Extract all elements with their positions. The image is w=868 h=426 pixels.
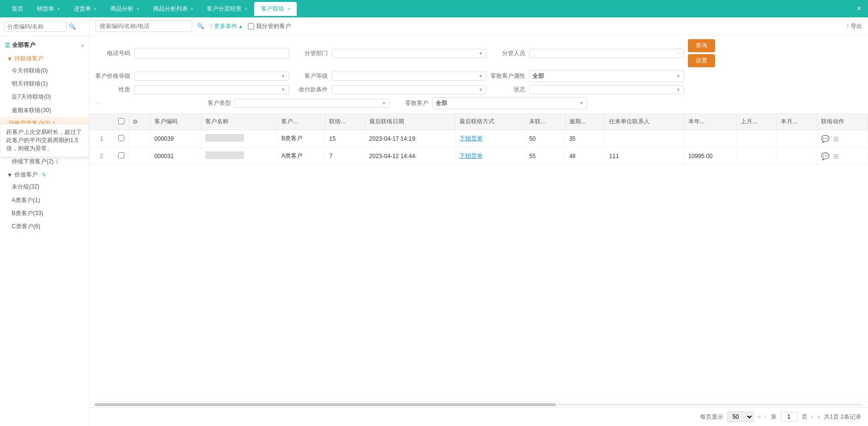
filter-select-customer-type[interactable]: ▼: [235, 99, 390, 108]
settings-button[interactable]: 设置: [688, 54, 715, 67]
cell-last-month-2: [737, 147, 777, 165]
sidebar-group-pending-contact[interactable]: ▼ 待联络客户: [0, 52, 89, 64]
cell-unit-contact-2: 111: [605, 147, 685, 165]
filter-search-input[interactable]: [95, 20, 192, 32]
advanced-filter: 电话号码 分管部门 ▼ 分管人员 ···: [90, 35, 868, 114]
cell-unpaid-2: 55: [525, 147, 565, 165]
chevron-down-icon: ▼: [478, 73, 483, 79]
settings-icon[interactable]: ⚙: [133, 118, 138, 125]
more-conditions-button[interactable]: ▽ 更多条件 ▲: [209, 22, 243, 30]
cell-this-year-1: [684, 130, 737, 147]
last-method-link[interactable]: 下销货单: [459, 152, 483, 159]
close-icon[interactable]: ×: [191, 6, 194, 12]
filter-select-payment[interactable]: ▼: [332, 85, 487, 94]
customer-name-blurred: [205, 151, 244, 159]
filter-select-nature[interactable]: ▼: [134, 85, 289, 94]
action-more-icon[interactable]: ⊞: [833, 152, 839, 160]
filter-select-customer-level[interactable]: ▼: [332, 72, 487, 81]
tab-customer-stratification[interactable]: 客户分层经营 ×: [200, 2, 254, 16]
cell-name-2: [201, 147, 277, 165]
row-checkbox[interactable]: [118, 135, 124, 141]
filter-search-icon[interactable]: 🔍: [197, 23, 204, 29]
cell-last-date-2: 2023-04-12 14:44:: [365, 147, 455, 165]
sidebar-search-input[interactable]: [4, 21, 67, 32]
sidebar-item-declining[interactable]: 持续下滑客户(2) ℹ: [0, 155, 89, 168]
info-icon: ℹ: [56, 159, 58, 164]
arrow-icon: ▼: [7, 56, 13, 62]
filter-field-customer-level: 客户等级 ▼: [293, 72, 487, 81]
tab-customer-contact[interactable]: 客户联络 ×: [254, 2, 297, 16]
first-page-button[interactable]: «: [758, 413, 761, 420]
filter-select-scattered-attr[interactable]: 全部 ▼: [529, 70, 684, 82]
sidebar-group-value-customers[interactable]: ▼ 价值客户 ✎: [0, 168, 89, 180]
window-close-button[interactable]: ×: [857, 4, 861, 13]
prev-page-button[interactable]: ‹: [765, 413, 767, 420]
cell-code-1: 000039: [150, 130, 201, 147]
sidebar-search-icon[interactable]: 🔍: [69, 23, 76, 30]
action-chat-icon[interactable]: 💬: [821, 135, 829, 143]
my-customer-check[interactable]: [248, 23, 254, 29]
edit-icon[interactable]: ✎: [42, 172, 46, 178]
close-icon[interactable]: ×: [137, 6, 139, 12]
my-customer-checkbox[interactable]: 我分管的客户: [248, 22, 291, 30]
tab-home[interactable]: 首页: [5, 2, 30, 16]
tab-product-analysis-list[interactable]: 商品分析列表 ×: [146, 2, 200, 16]
page-size-label: 每页显示: [700, 413, 723, 421]
sidebar-item-unclassified[interactable]: 未分组(32): [0, 180, 89, 193]
filter-field-customer-type: 客户类型 ▼: [196, 99, 390, 108]
chevron-down-icon: ▼: [676, 73, 681, 79]
sidebar-item-overdue-contact[interactable]: 逾期未联络(30): [0, 104, 89, 117]
filter-label-status: 状态: [490, 86, 529, 94]
query-button[interactable]: 查询: [688, 39, 715, 52]
horizontal-scrollbar[interactable]: [90, 401, 868, 407]
sidebar-collapse-icon[interactable]: »: [81, 42, 84, 49]
chevron-down-icon: ▲: [238, 24, 243, 29]
filter-bar: 🔍 ▽ 更多条件 ▲ 我分管的客户 ↑ 导出: [90, 17, 868, 35]
action-more-icon[interactable]: ⊞: [833, 135, 839, 143]
page-number-input[interactable]: [780, 412, 798, 422]
filter-select-dept[interactable]: ▼: [332, 49, 487, 58]
filter-select-scattered-customer[interactable]: 全部 ▼: [432, 97, 587, 109]
tab-sales-order[interactable]: 销货单 ×: [30, 2, 67, 16]
sidebar-item-tomorrow-contact[interactable]: 明天待联络(1): [0, 77, 89, 90]
filter-select-price-level[interactable]: ▼: [134, 72, 289, 81]
close-icon[interactable]: ×: [244, 6, 247, 12]
filter-ellipsis[interactable]: ···: [95, 100, 100, 107]
cell-settings-2: [128, 147, 150, 165]
customer-name-blurred: [205, 134, 244, 142]
last-method-link[interactable]: 下销货单: [459, 135, 483, 142]
close-icon[interactable]: ×: [57, 6, 60, 12]
tab-purchase-order[interactable]: 进货单 ×: [67, 2, 104, 16]
filter-label-scattered-attr: 零散客户属性: [490, 72, 529, 80]
sidebar-item-7days-contact[interactable]: 近7天待联络(0): [0, 90, 89, 103]
cell-checkbox-2: [114, 147, 128, 165]
sidebar-item-b-class[interactable]: B类客户(33): [0, 207, 89, 220]
row-checkbox[interactable]: [118, 152, 124, 159]
cell-code-2: 000031: [150, 147, 201, 165]
col-index: [90, 114, 114, 130]
page-of-label: 页: [802, 413, 807, 421]
sidebar-all-customers[interactable]: ☰ 全部客户 »: [0, 38, 89, 52]
sidebar-item-today-contact[interactable]: 今天待联络(0): [0, 64, 89, 77]
filter-field-dept: 分管部门 ▼: [293, 49, 487, 58]
filter-select-manager[interactable]: ···: [529, 49, 684, 58]
export-button[interactable]: ↑ 导出: [846, 22, 862, 30]
select-all-checkbox[interactable]: [118, 118, 124, 124]
page-size-select[interactable]: 50 100: [727, 411, 754, 422]
last-page-button[interactable]: »: [817, 413, 821, 420]
filter-input-phone[interactable]: [134, 48, 289, 59]
cell-unit-contact-1: [605, 130, 685, 147]
action-chat-icon[interactable]: 💬: [821, 152, 829, 160]
next-page-button[interactable]: ›: [811, 413, 813, 420]
filter-select-status[interactable]: ▼: [529, 85, 684, 94]
close-icon[interactable]: ×: [94, 6, 97, 12]
close-icon[interactable]: ×: [287, 6, 290, 12]
scrollbar-thumb[interactable]: [94, 403, 556, 406]
col-unpaid-header: 未联...: [525, 114, 565, 130]
sidebar-item-c-class[interactable]: C类客户(6): [0, 220, 89, 233]
sidebar-item-a-class[interactable]: A类客户(1): [0, 194, 89, 207]
tab-product-analysis[interactable]: 商品分析 ×: [104, 2, 146, 16]
tooltip: 距客户上次交易时长，超过了此客户的平均交易周期的1.5倍，则视为异常。: [0, 124, 89, 157]
filter-label-phone: 电话号码: [95, 49, 134, 58]
filter-label-dept: 分管部门: [293, 49, 332, 58]
